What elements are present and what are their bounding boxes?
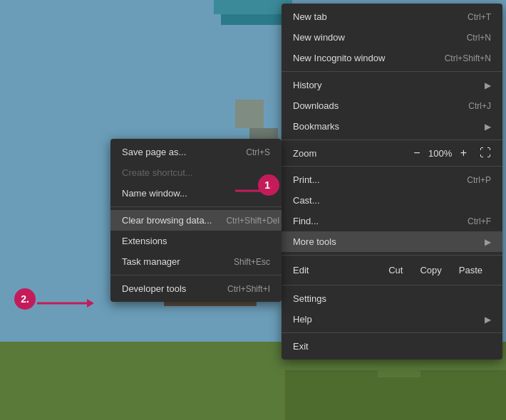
- help-arrow-icon: ▶: [485, 315, 491, 325]
- cut-button[interactable]: Cut: [380, 262, 411, 278]
- bookmarks-arrow-icon: ▶: [485, 122, 491, 132]
- more-tools-arrow-icon: ▶: [485, 237, 491, 247]
- save-page-label: Save page as...: [122, 147, 186, 157]
- menu-item-task-manager[interactable]: Task manager Shift+Esc: [110, 251, 282, 272]
- menu-item-incognito[interactable]: New Incognito window Ctrl+Shift+N: [282, 48, 502, 68]
- menu-item-new-window[interactable]: New window Ctrl+N: [282, 27, 502, 48]
- separator-3: [282, 166, 502, 167]
- menu-item-bookmarks[interactable]: Bookmarks ▶: [282, 116, 502, 137]
- step-2-label: 2.: [21, 293, 29, 305]
- help-label: Help: [293, 314, 312, 325]
- menu-item-new-tab[interactable]: New tab Ctrl+T: [282, 6, 502, 27]
- edit-label: Edit: [293, 265, 380, 275]
- save-page-shortcut: Ctrl+S: [246, 147, 270, 157]
- new-tab-shortcut: Ctrl+T: [468, 12, 491, 22]
- create-shortcut-label: Create shortcut...: [122, 167, 193, 178]
- incognito-label: New Incognito window: [293, 53, 385, 63]
- developer-tools-shortcut: Ctrl+Shift+I: [227, 284, 270, 294]
- menu-item-developer-tools[interactable]: Developer tools Ctrl+Shift+I: [110, 278, 282, 299]
- zoom-plus-button[interactable]: +: [455, 147, 473, 159]
- new-tab-label: New tab: [293, 11, 327, 22]
- menu-item-history[interactable]: History ▶: [282, 75, 502, 95]
- submenu-separator-2: [110, 275, 282, 275]
- history-arrow-icon: ▶: [485, 80, 491, 90]
- print-shortcut: Ctrl+P: [467, 175, 491, 185]
- new-window-shortcut: Ctrl+N: [467, 33, 491, 43]
- menu-item-save-page[interactable]: Save page as... Ctrl+S: [110, 142, 282, 162]
- separator-1: [282, 71, 502, 72]
- separator-2: [282, 140, 502, 140]
- separator-6: [282, 332, 502, 333]
- svg-marker-20: [271, 187, 278, 195]
- menu-item-cast[interactable]: Cast...: [282, 190, 502, 211]
- bookmarks-label: Bookmarks: [293, 121, 339, 132]
- submenu-separator-1: [110, 206, 282, 207]
- menu-item-help[interactable]: Help ▶: [282, 309, 502, 330]
- new-window-label: New window: [293, 32, 345, 43]
- developer-tools-label: Developer tools: [122, 283, 186, 294]
- menu-item-downloads[interactable]: Downloads Ctrl+J: [282, 95, 502, 116]
- zoom-label: Zoom: [293, 148, 408, 159]
- downloads-label: Downloads: [293, 100, 339, 111]
- arrow-1: [235, 184, 278, 201]
- menu-item-exit[interactable]: Exit: [282, 336, 502, 357]
- menu-item-settings[interactable]: Settings: [282, 288, 502, 309]
- exit-label: Exit: [293, 341, 309, 352]
- zoom-minus-button[interactable]: −: [408, 147, 425, 159]
- svg-rect-17: [285, 370, 506, 420]
- separator-4: [282, 255, 502, 256]
- find-label: Find...: [293, 216, 319, 226]
- menu-item-extensions[interactable]: Extensions: [110, 231, 282, 251]
- menu-item-print[interactable]: Print... Ctrl+P: [282, 169, 502, 190]
- extensions-label: Extensions: [122, 236, 167, 246]
- paste-button[interactable]: Paste: [450, 262, 491, 278]
- clear-browsing-label: Clear browsing data...: [122, 215, 212, 226]
- task-manager-label: Task manager: [122, 256, 180, 267]
- chrome-context-menu: New tab Ctrl+T New window Ctrl+N New Inc…: [282, 4, 502, 359]
- menu-item-create-shortcut: Create shortcut...: [110, 162, 282, 183]
- find-shortcut: Ctrl+F: [468, 216, 491, 226]
- fullscreen-icon[interactable]: ⛶: [480, 147, 491, 159]
- more-tools-submenu: Save page as... Ctrl+S Create shortcut..…: [110, 139, 282, 302]
- svg-rect-3: [221, 14, 285, 25]
- zoom-value: 100%: [426, 148, 455, 159]
- more-tools-label: More tools: [293, 236, 336, 247]
- print-label: Print...: [293, 174, 320, 185]
- incognito-shortcut: Ctrl+Shift+N: [445, 53, 491, 63]
- menu-item-more-tools[interactable]: More tools ▶: [282, 231, 502, 252]
- task-manager-shortcut: Shift+Esc: [234, 257, 270, 267]
- step-2-indicator: 2.: [14, 288, 36, 310]
- svg-rect-2: [214, 0, 292, 14]
- name-window-label: Name window...: [122, 188, 187, 199]
- zoom-row: Zoom − 100% + ⛶: [282, 143, 502, 163]
- settings-label: Settings: [293, 293, 326, 304]
- separator-5: [282, 285, 502, 285]
- copy-button[interactable]: Copy: [411, 262, 450, 278]
- arrow-2: [37, 296, 94, 313]
- svg-rect-15: [235, 100, 264, 128]
- downloads-shortcut: Ctrl+J: [468, 101, 491, 111]
- svg-marker-22: [87, 299, 94, 308]
- history-label: History: [293, 80, 321, 90]
- menu-item-find[interactable]: Find... Ctrl+F: [282, 211, 502, 231]
- menu-item-clear-browsing[interactable]: Clear browsing data... Ctrl+Shift+Del: [110, 210, 282, 231]
- clear-browsing-shortcut: Ctrl+Shift+Del: [226, 216, 279, 226]
- cast-label: Cast...: [293, 195, 320, 206]
- edit-row: Edit Cut Copy Paste: [282, 258, 502, 282]
